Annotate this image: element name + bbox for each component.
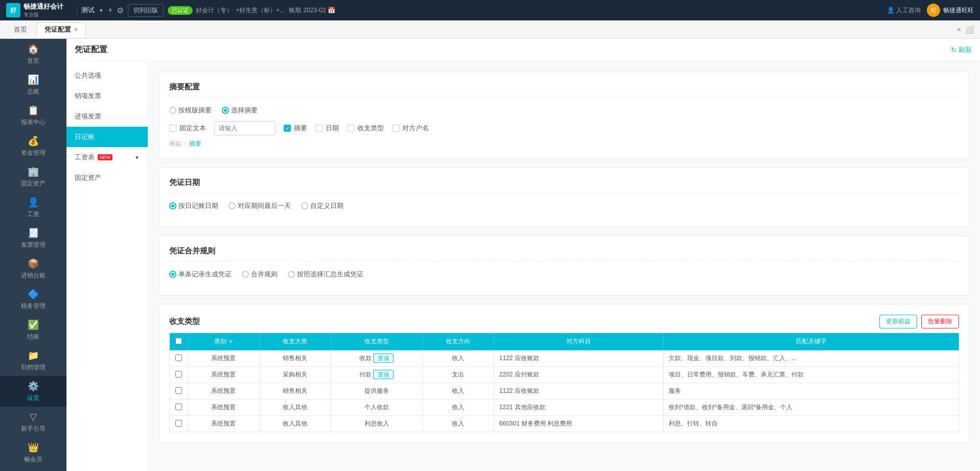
checkbox-counterpart[interactable]: 对方户名 bbox=[392, 124, 429, 133]
left-nav-journal[interactable]: 日记账 bbox=[66, 127, 148, 147]
sub-layout: 公共选项 销项发票 进项发票 日记账 工资表 NEW ▼ 固定资产 bbox=[66, 61, 980, 471]
sidebar-label-reports: 报表中心 bbox=[21, 118, 45, 127]
left-nav-purchase-invoice-label: 进项发票 bbox=[75, 112, 101, 121]
tab-home[interactable]: 首页 bbox=[6, 22, 35, 37]
row4-checkbox[interactable] bbox=[170, 399, 188, 416]
checkbox-fixed-text[interactable]: 固定文本 bbox=[169, 124, 206, 133]
radio-custom-date-circle bbox=[301, 202, 308, 209]
row2-direction: 支出 bbox=[422, 367, 494, 383]
tax-icon: 🔷 bbox=[28, 289, 39, 300]
sidebar-item-invoice[interactable]: 🧾 发票管理 bbox=[0, 223, 66, 253]
brand: 好 畅捷通好会计 专业版 bbox=[6, 2, 73, 18]
example-value: 摘要 bbox=[189, 140, 201, 147]
left-nav-public[interactable]: 公共选项 bbox=[66, 65, 148, 86]
row2-tag[interactable]: 置顶 bbox=[373, 370, 394, 379]
row5-checkbox[interactable] bbox=[170, 416, 188, 432]
calendar-icon[interactable]: 📅 bbox=[328, 7, 335, 14]
sidebar-item-ledger[interactable]: 📊 总账 bbox=[0, 69, 66, 100]
left-nav-payroll[interactable]: 工资表 NEW ▼ bbox=[66, 147, 148, 168]
period-value: 2023-02 bbox=[303, 7, 326, 14]
radio-merge-rule-label: 合并规则 bbox=[251, 270, 278, 279]
sidebar-item-home[interactable]: 🏠 首页 bbox=[0, 39, 66, 69]
brand-logo: 好 bbox=[6, 3, 20, 17]
date-checkbox bbox=[315, 125, 323, 132]
good-account-badge: 好会计（专） bbox=[196, 6, 233, 15]
select-all-checkbox[interactable] bbox=[175, 338, 182, 344]
left-nav-fixed-assets[interactable]: 固定资产 bbox=[66, 168, 148, 188]
restore-window-icon[interactable]: ⬜ bbox=[965, 26, 974, 34]
radio-template-summary[interactable]: 按模版摘要 bbox=[169, 106, 212, 115]
close-window-icon[interactable]: × bbox=[957, 26, 961, 34]
row4-category: 系统预置 bbox=[188, 399, 260, 416]
tab-voucher-config[interactable]: 凭证配置 × bbox=[37, 22, 85, 37]
radio-aggregate[interactable]: 按照选择汇总生成凭证 bbox=[288, 270, 363, 279]
radio-custom-date[interactable]: 自定义日期 bbox=[301, 201, 344, 210]
guide-icon: ▽ bbox=[30, 411, 37, 422]
sidebar-item-archive[interactable]: 📁 归档管理 bbox=[0, 345, 66, 376]
switch-old-btn[interactable]: 切到旧版 bbox=[128, 4, 164, 17]
sidebar-label-settings: 设置 bbox=[27, 394, 39, 403]
tab-bar-right: × ⬜ bbox=[957, 26, 974, 34]
sidebar-label-assets: 固定资产 bbox=[21, 179, 45, 188]
row2-checkbox[interactable] bbox=[170, 367, 188, 383]
income-expense-section: 收支类型 更新权益 批量删除 类别 ∨ 收支大类 收支类型 bbox=[158, 304, 970, 443]
sidebar-item-assets[interactable]: 🏢 固定资产 bbox=[0, 161, 66, 192]
th-checkbox[interactable] bbox=[170, 333, 188, 350]
sidebar-item-purchase[interactable]: 📦 进销台账 bbox=[0, 253, 66, 284]
summary-config-title: 摘要配置 bbox=[169, 82, 959, 98]
radio-period-last-day[interactable]: 对应期间最后一天 bbox=[229, 201, 291, 210]
sidebar-label-guide: 新手引导 bbox=[21, 425, 45, 433]
brand-edition: 专业版 bbox=[24, 11, 63, 18]
company-name: 测试 bbox=[81, 6, 95, 15]
row5-main-type: 收入其他 bbox=[259, 416, 331, 432]
sidebar-item-guide[interactable]: ▽ 新手引导 bbox=[0, 407, 66, 437]
voucher-date-section: 凭证日期 按日记账日期 对应期间最后一天 自定义日期 bbox=[158, 167, 970, 227]
help-btn[interactable]: 👤 人工咨询 bbox=[887, 6, 921, 15]
row3-checkbox[interactable] bbox=[170, 383, 188, 399]
summary-config-section: 摘要配置 按模版摘要 选择摘要 bbox=[158, 72, 970, 159]
payroll-arrow-icon: ▼ bbox=[134, 155, 140, 160]
invoice-icon: 🧾 bbox=[28, 227, 39, 239]
update-btn[interactable]: 更新权益 bbox=[879, 315, 917, 328]
radio-single-record[interactable]: 单条记录生成凭证 bbox=[169, 270, 232, 279]
sidebar-item-reports[interactable]: 📋 报表中心 bbox=[0, 100, 66, 131]
sidebar-item-member[interactable]: 👑 畅会员 bbox=[0, 437, 66, 468]
sidebar-item-close[interactable]: ✅ 结账 bbox=[0, 315, 66, 345]
checkbox-date[interactable]: 日期 bbox=[315, 124, 339, 133]
income-expense-table: 类别 ∨ 收支大类 收支类型 收支方向 对方科目 匹配关键字 bbox=[169, 333, 959, 432]
left-nav-sales-invoice[interactable]: 销项发票 bbox=[66, 86, 148, 106]
sidebar-item-funds[interactable]: 💰 资金管理 bbox=[0, 131, 66, 161]
sidebar-label-archive: 归档管理 bbox=[21, 363, 45, 372]
sidebar-label-ledger: 总账 bbox=[27, 87, 39, 96]
row1-checkbox[interactable] bbox=[170, 350, 188, 367]
row1-tag[interactable]: 置顶 bbox=[373, 354, 394, 363]
close-icon: ✅ bbox=[28, 319, 39, 331]
sidebar-item-settings[interactable]: ⚙️ 设置 bbox=[0, 376, 66, 407]
sidebar-item-salary[interactable]: 👤 工资 bbox=[0, 192, 66, 223]
income-expense-title: 收支类型 bbox=[169, 317, 200, 326]
batch-delete-btn[interactable]: 批量删除 bbox=[921, 315, 959, 328]
avatar: 旺 bbox=[927, 4, 940, 17]
settings-icon[interactable]: ⚙ bbox=[117, 6, 124, 15]
radio-merge-rule[interactable]: 合并规则 bbox=[242, 270, 278, 279]
radio-journal-date[interactable]: 按日记账日期 bbox=[169, 201, 218, 210]
checkbox-income-type[interactable]: 收支类型 bbox=[347, 124, 384, 133]
fixed-text-input[interactable] bbox=[214, 121, 276, 135]
user-info[interactable]: 旺 畅捷通旺旺 bbox=[927, 4, 974, 17]
row1-type: 收款 置顶 bbox=[331, 350, 422, 367]
assets-icon: 🏢 bbox=[28, 166, 39, 177]
radio-select-label: 选择摘要 bbox=[231, 106, 258, 115]
add-icon[interactable]: + bbox=[108, 6, 112, 15]
row1-keywords: 欠款、现金、项目款、到款、报销款、汇入、... bbox=[664, 350, 959, 367]
divider-1 bbox=[77, 5, 77, 15]
radio-period-last-day-label: 对应期间最后一天 bbox=[238, 201, 291, 210]
sidebar-item-tax[interactable]: 🔷 税务管理 bbox=[0, 284, 66, 315]
top-bar-actions: + ⚙ 切到旧版 bbox=[108, 4, 164, 17]
company-dropdown-arrow[interactable]: ▼ bbox=[99, 8, 104, 13]
radio-select-summary[interactable]: 选择摘要 bbox=[222, 106, 258, 115]
tab-close-icon[interactable]: × bbox=[74, 26, 78, 33]
left-nav-public-label: 公共选项 bbox=[75, 71, 101, 80]
refresh-btn[interactable]: ↻ 刷新 bbox=[951, 45, 972, 55]
checkbox-summary[interactable]: ✓ 摘要 bbox=[284, 124, 307, 133]
left-nav-purchase-invoice[interactable]: 进项发票 bbox=[66, 106, 148, 127]
